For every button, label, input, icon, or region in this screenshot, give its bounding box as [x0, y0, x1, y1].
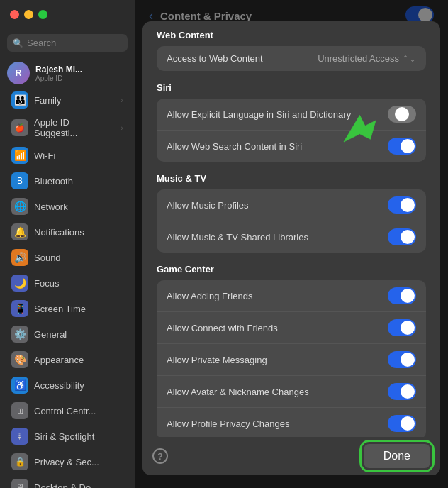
- traffic-lights: [10, 10, 47, 19]
- sidebar: 🔍 Search R Rajesh Mi... Apple ID 👪 Famil…: [0, 0, 135, 488]
- sound-icon: 🔊: [11, 249, 28, 266]
- search-icon: 🔍: [13, 38, 23, 48]
- sidebar-item-network[interactable]: 🌐 Network: [4, 194, 130, 218]
- sidebar-item-label: Focus: [34, 278, 59, 289]
- accessibility-icon: ♿: [11, 377, 28, 394]
- toggle-knob: [401, 321, 415, 335]
- sidebar-item-label: Network: [34, 201, 68, 212]
- toggle-knob: [401, 353, 415, 367]
- content-privacy-panel: Web Content Access to Web Content Unrest…: [142, 21, 440, 475]
- music-profiles-row: Allow Music Profiles: [157, 189, 426, 221]
- sidebar-item-sound[interactable]: 🔊 Sound: [4, 245, 130, 270]
- siri-web-search-label: Allow Web Search Content in Siri: [167, 141, 302, 152]
- siri-explicit-toggle[interactable]: [388, 106, 416, 123]
- sidebar-item-label: Control Centr...: [34, 406, 96, 416]
- done-button[interactable]: Done: [364, 444, 430, 468]
- avatar-nickname-label: Allow Avatar & Nickname Changes: [167, 387, 309, 397]
- avatar: R: [7, 62, 30, 84]
- avatar-nickname-row: Allow Avatar & Nickname Changes: [157, 376, 426, 408]
- profile-privacy-toggle[interactable]: [388, 415, 416, 432]
- bluetooth-icon: B: [11, 172, 28, 189]
- toggle-knob: [401, 289, 415, 303]
- profile-privacy-row: Allow Profile Privacy Changes: [157, 408, 426, 437]
- siri-explicit-label: Allow Explicit Language in Siri and Dict…: [167, 109, 351, 120]
- sidebar-item-label: Desktop & Do...: [34, 482, 99, 489]
- sidebar-item-label: Family: [34, 95, 61, 106]
- music-tv-title: Music & TV: [157, 173, 426, 184]
- sidebar-item-label: Notifications: [34, 227, 84, 238]
- sidebar-item-control-centre[interactable]: ⊞ Control Centr...: [4, 399, 130, 423]
- sidebar-item-appearance[interactable]: 🎨 Appearance: [4, 348, 130, 372]
- siri-card: Allow Explicit Language in Siri and Dict…: [157, 99, 426, 162]
- shared-libraries-toggle[interactable]: [388, 228, 416, 245]
- user-profile-item[interactable]: R Rajesh Mi... Apple ID: [0, 59, 135, 87]
- chevron-right-icon: ›: [121, 123, 123, 132]
- shared-libraries-row: Allow Music & TV Shared Libraries: [157, 221, 426, 253]
- search-placeholder: Search: [27, 38, 56, 48]
- family-icon: 👪: [11, 92, 28, 109]
- close-button[interactable]: [10, 10, 19, 19]
- web-content-row[interactable]: Access to Web Content Unrestricted Acces…: [157, 46, 426, 71]
- sidebar-item-screen-time[interactable]: 📱 Screen Time: [4, 296, 130, 321]
- sidebar-item-desktop[interactable]: 🖥 Desktop & Do...: [4, 475, 130, 488]
- privacy-icon: 🔒: [11, 453, 28, 470]
- sidebar-item-siri[interactable]: 🎙 Siri & Spotlight: [4, 424, 130, 448]
- sidebar-item-general[interactable]: ⚙️ General: [4, 322, 130, 346]
- avatar-nickname-toggle[interactable]: [388, 383, 416, 400]
- siri-web-search-toggle[interactable]: [388, 138, 416, 155]
- game-center-card: Allow Adding Friends Allow Connect with …: [157, 280, 426, 437]
- music-profiles-toggle[interactable]: [388, 196, 416, 214]
- toggle-knob: [401, 139, 415, 153]
- private-messaging-toggle[interactable]: [388, 351, 416, 368]
- web-content-title: Web Content: [157, 30, 426, 40]
- sidebar-item-label: Accessibility: [34, 380, 84, 391]
- sidebar-item-focus[interactable]: 🌙 Focus: [4, 271, 130, 295]
- sidebar-item-wifi[interactable]: 📶 Wi-Fi: [4, 143, 130, 167]
- game-center-section: Game Center Allow Adding Friends Allow C…: [142, 255, 440, 437]
- sidebar-item-label: Siri & Spotlight: [34, 431, 94, 442]
- siri-icon: 🎙: [11, 428, 28, 445]
- minimize-button[interactable]: [24, 10, 33, 19]
- toggle-knob: [401, 416, 415, 431]
- panel-footer: ? Done: [142, 437, 440, 475]
- sidebar-item-notifications[interactable]: 🔔 Notifications: [4, 220, 130, 244]
- adding-friends-label: Allow Adding Friends: [167, 291, 252, 301]
- apple-id-icon: 🍎: [11, 119, 28, 136]
- wifi-icon: 📶: [11, 147, 28, 164]
- search-bar[interactable]: 🔍 Search: [7, 34, 128, 52]
- network-icon: 🌐: [11, 198, 28, 215]
- sidebar-item-bluetooth[interactable]: B Bluetooth: [4, 169, 130, 193]
- toggle-knob: [401, 198, 415, 212]
- shared-libraries-label: Allow Music & TV Shared Libraries: [167, 232, 308, 243]
- focus-icon: 🌙: [11, 274, 28, 292]
- web-content-card: Access to Web Content Unrestricted Acces…: [157, 46, 426, 71]
- user-info: Rajesh Mi... Apple ID: [35, 65, 82, 82]
- sidebar-item-accessibility[interactable]: ♿ Accessibility: [4, 373, 130, 397]
- sidebar-item-family[interactable]: 👪 Family ›: [4, 88, 130, 112]
- sidebar-item-label: Wi-Fi: [34, 150, 55, 161]
- music-tv-card: Allow Music Profiles Allow Music & TV Sh…: [157, 189, 426, 253]
- sidebar-item-label: Screen Time: [34, 304, 86, 314]
- user-name: Rajesh Mi...: [35, 65, 82, 74]
- adding-friends-toggle[interactable]: [388, 287, 416, 304]
- sidebar-item-privacy[interactable]: 🔒 Privacy & Sec...: [4, 450, 130, 474]
- toggle-knob: [401, 384, 415, 399]
- connect-friends-toggle[interactable]: [388, 319, 416, 336]
- user-sub: Apple ID: [35, 74, 82, 82]
- maximize-button[interactable]: [38, 10, 47, 19]
- music-tv-section: Music & TV Allow Music Profiles Allow Mu…: [142, 165, 440, 255]
- siri-explicit-row: Allow Explicit Language in Siri and Dict…: [157, 99, 426, 131]
- connect-friends-row: Allow Connect with Friends: [157, 312, 426, 344]
- sidebar-item-label: Sound: [34, 253, 61, 263]
- sidebar-item-label: Privacy & Sec...: [34, 457, 99, 467]
- sidebar-item-apple-id[interactable]: 🍎 Apple ID Suggesti... ›: [4, 113, 130, 142]
- main-content: ‹ Content & Privacy Web Content Access t…: [135, 0, 448, 488]
- help-button[interactable]: ?: [152, 448, 168, 464]
- music-profiles-label: Allow Music Profiles: [167, 200, 249, 211]
- sidebar-item-label: Apple ID Suggesti...: [34, 117, 115, 138]
- toggle-knob: [401, 230, 415, 244]
- unrestricted-access-value: Unrestricted Access: [318, 53, 399, 64]
- connect-friends-label: Allow Connect with Friends: [167, 323, 278, 333]
- web-content-value[interactable]: Unrestricted Access ⌃⌄: [318, 53, 416, 64]
- select-chevron-icon: ⌃⌄: [402, 54, 416, 64]
